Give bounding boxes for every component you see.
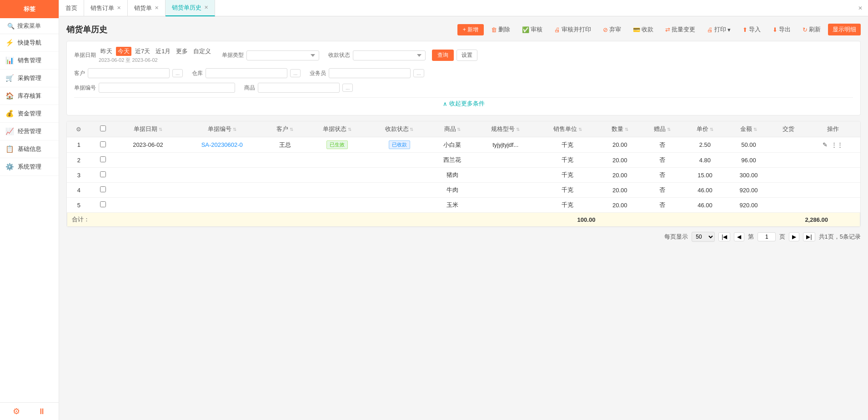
row-checkbox-input[interactable]	[100, 186, 106, 192]
sidebar-item-operation[interactable]: 📈 经营管理	[0, 123, 59, 140]
tab-close-all-button[interactable]: ✕	[853, 5, 868, 11]
query-button[interactable]: 查询	[432, 50, 454, 61]
row-checkbox[interactable]	[91, 168, 115, 183]
batch-change-button[interactable]: ⇄ 批量变更	[661, 24, 700, 35]
tab-home[interactable]: 首页	[59, 0, 84, 16]
page-number-input[interactable]	[758, 232, 776, 241]
row-checkbox-input[interactable]	[100, 156, 106, 162]
warehouse-ellipsis-button[interactable]: ...	[290, 69, 301, 77]
row-doc-no[interactable]	[181, 198, 264, 213]
row-checkbox-input[interactable]	[100, 171, 106, 177]
tab-sales-delivery-close[interactable]: ✕	[155, 5, 159, 11]
column-customer[interactable]: 客户	[264, 121, 306, 137]
review-button[interactable]: ✅ 审核	[517, 24, 547, 35]
column-doc-no[interactable]: 单据编号	[181, 121, 264, 137]
date-shortcut-1month[interactable]: 近1月	[154, 47, 172, 56]
refresh-button[interactable]: ↻ 刷新	[798, 24, 825, 35]
review-print-button[interactable]: 🖨 审核并打印	[550, 24, 596, 35]
doc-type-select[interactable]	[246, 50, 319, 60]
goods-ellipsis-button[interactable]: ...	[342, 84, 353, 92]
abandon-icon: ⊘	[603, 26, 608, 33]
sidebar-item-basic-info[interactable]: 📋 基础信息	[0, 140, 59, 158]
salesperson-ellipsis-button[interactable]: ...	[413, 69, 424, 77]
column-date[interactable]: 单据日期	[115, 121, 181, 137]
date-shortcut-yesterday[interactable]: 昨天	[99, 47, 114, 56]
footer-label: 合计：	[72, 215, 163, 224]
filter-customer: 客户 ...	[74, 68, 183, 78]
row-checkbox-input[interactable]	[100, 141, 106, 147]
column-spec[interactable]: 规格型号	[475, 121, 537, 137]
salesperson-input[interactable]	[329, 68, 411, 78]
sidebar-search-button[interactable]: 🔍 搜索菜单	[0, 18, 59, 34]
tab-sales-delivery-history[interactable]: 销货单历史 ✕	[166, 0, 215, 16]
sidebar-item-finance[interactable]: 💰 资金管理	[0, 105, 59, 123]
edit-button[interactable]: ✎	[821, 141, 829, 149]
column-unit[interactable]: 销售单位	[537, 121, 598, 137]
show-detail-button[interactable]: 显示明细	[828, 24, 861, 35]
column-qty[interactable]: 数量	[598, 121, 641, 137]
column-gear[interactable]: ⚙	[67, 121, 91, 137]
tab-sales-delivery[interactable]: 销货单 ✕	[128, 0, 166, 16]
row-qty: 20.00	[598, 198, 641, 213]
new-button[interactable]: + 新增	[457, 24, 484, 35]
tab-sales-delivery-history-close[interactable]: ✕	[204, 5, 208, 10]
sidebar-item-system-mgmt[interactable]: ⚙️ 系统管理	[0, 158, 59, 176]
row-goods: 牛肉	[430, 183, 474, 198]
row-doc-no[interactable]	[181, 153, 264, 168]
sidebar-item-sales-mgmt[interactable]: 📊 销售管理	[0, 52, 59, 70]
customer-input[interactable]	[88, 68, 170, 78]
page-next-button[interactable]: ▶	[789, 232, 799, 241]
row-checkbox[interactable]	[91, 198, 115, 213]
date-shortcut-more[interactable]: 更多	[174, 47, 190, 56]
export-button[interactable]: ⬇ 导出	[768, 24, 795, 35]
abandon-button[interactable]: ⊘ 弃审	[598, 24, 626, 35]
doc-no-link[interactable]: SA-20230602-0	[201, 141, 243, 148]
warehouse-input[interactable]	[206, 68, 287, 78]
column-price[interactable]: 单价	[684, 121, 727, 137]
row-checkbox[interactable]	[91, 137, 115, 153]
settings-button[interactable]: 设置	[457, 50, 477, 61]
column-gift[interactable]: 赠品	[641, 121, 684, 137]
page-last-button[interactable]: ▶|	[803, 232, 815, 241]
date-shortcut-custom[interactable]: 自定义	[191, 47, 213, 56]
sidebar-item-quick-nav[interactable]: ⚡ 快捷导航	[0, 34, 59, 52]
row-doc-no[interactable]	[181, 183, 264, 198]
collect-button[interactable]: 💳 收款	[628, 24, 658, 35]
doc-no-input[interactable]	[99, 83, 235, 93]
per-page-select[interactable]: 50 100	[692, 232, 715, 242]
date-shortcut-today[interactable]: 今天	[116, 47, 131, 56]
payment-status-select[interactable]	[353, 50, 426, 60]
filter-collapse-button[interactable]: ∧ 收起更多条件	[74, 97, 853, 110]
table-row: 3猪肉千克20.00否15.00300.00	[67, 168, 860, 183]
goods-input[interactable]	[258, 83, 340, 93]
sidebar-settings-icon[interactable]: ⚙	[13, 406, 20, 416]
row-actions	[806, 198, 860, 213]
import-button[interactable]: ⬆ 导入	[738, 24, 765, 35]
sidebar-item-purchase-mgmt[interactable]: 🛒 采购管理	[0, 70, 59, 87]
print-button[interactable]: 🖨 打印 ▾	[702, 24, 735, 35]
row-goods: 猪肉	[430, 168, 474, 183]
date-shortcut-7days[interactable]: 近7天	[133, 47, 152, 56]
tab-sales-order[interactable]: 销售订单 ✕	[84, 0, 128, 16]
delete-button[interactable]: 🗑 删除	[487, 24, 515, 35]
column-doc-status[interactable]: 单据状态	[306, 121, 368, 137]
row-price: 2.50	[684, 137, 727, 153]
page-prev-button[interactable]: ◀	[734, 232, 744, 241]
print-dropdown-icon: ▾	[728, 26, 731, 33]
column-amount[interactable]: 金额	[726, 121, 771, 137]
column-payment-status[interactable]: 收款状态	[368, 121, 430, 137]
row-checkbox[interactable]	[91, 153, 115, 168]
customer-ellipsis-button[interactable]: ...	[172, 69, 183, 77]
row-checkbox-input[interactable]	[100, 201, 106, 207]
tab-sales-order-close[interactable]: ✕	[117, 5, 121, 11]
row-doc-no[interactable]	[181, 168, 264, 183]
sidebar-collapse-icon[interactable]: ⏸	[38, 407, 46, 416]
row-price: 46.00	[684, 198, 727, 213]
row-checkbox[interactable]	[91, 183, 115, 198]
page-first-button[interactable]: |◀	[718, 232, 730, 241]
more-actions-button[interactable]: ⋮⋮	[829, 141, 845, 149]
select-all-checkbox[interactable]	[100, 125, 106, 131]
row-doc-no[interactable]: SA-20230602-0	[181, 137, 264, 153]
sidebar-item-inventory[interactable]: 🏠 库存核算	[0, 87, 59, 105]
column-goods[interactable]: 商品	[430, 121, 474, 137]
